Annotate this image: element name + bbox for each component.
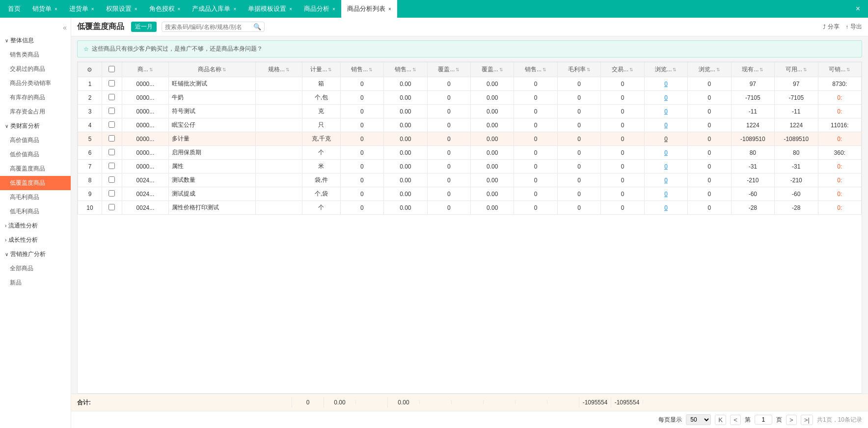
row-browse1[interactable]: 0 — [644, 91, 687, 105]
total-pages-label: 页 — [776, 416, 782, 424]
sidebar-section-growth[interactable]: › 成长性分析 — [0, 233, 71, 247]
sidebar-section-flow[interactable]: › 流通性分析 — [0, 219, 71, 233]
export-button[interactable]: ↑ 导出 — [845, 23, 862, 31]
row-code: 0024... — [122, 187, 168, 201]
search-icon[interactable]: 🔍 — [253, 23, 261, 30]
row-checkbox[interactable] — [102, 146, 122, 160]
row-spec — [255, 91, 302, 105]
row-sellable: 0: — [818, 91, 862, 105]
th-profit-rate[interactable]: 毛利率⇅ — [557, 62, 600, 77]
row-sales3: 0 — [514, 91, 557, 105]
row-checkbox[interactable] — [102, 201, 122, 215]
th-available[interactable]: 可用...⇅ — [775, 62, 818, 77]
sidebar-item-new-products[interactable]: 新品 — [0, 276, 71, 290]
th-browse1[interactable]: 浏览...⇅ — [644, 62, 687, 77]
th-cover2[interactable]: 覆盖...⇅ — [471, 62, 514, 77]
row-browse1[interactable]: 0 — [644, 105, 687, 118]
sidebar-item-traded-products[interactable]: 交易过的商品 — [0, 62, 71, 76]
th-sales-amt[interactable]: 销售...⇅ — [384, 62, 427, 77]
row-checkbox[interactable] — [102, 132, 122, 146]
th-sales-qty[interactable]: 销售...⇅ — [340, 62, 383, 77]
search-input[interactable] — [165, 24, 253, 30]
row-trade: 0 — [601, 91, 644, 105]
th-trade[interactable]: 交易...⇅ — [601, 62, 644, 77]
last-page-button[interactable]: >| — [801, 415, 813, 425]
sidebar-collapse-button[interactable]: « — [0, 22, 71, 33]
share-button[interactable]: ⤴ 分享 — [823, 23, 840, 31]
nav-item-purchase[interactable]: 进货单 × — [63, 0, 100, 18]
select-all-checkbox[interactable] — [108, 66, 115, 72]
sidebar-item-low-coverage[interactable]: 低覆盖度商品 — [0, 176, 71, 190]
search-box: 🔍 — [162, 22, 265, 32]
row-browse1[interactable]: 0 — [644, 160, 687, 173]
row-browse1[interactable]: 0 — [644, 77, 687, 91]
sidebar-item-low-value[interactable]: 低价值商品 — [0, 147, 71, 162]
row-browse1[interactable]: 0 — [644, 201, 687, 215]
th-settings[interactable]: ⚙ — [78, 62, 102, 77]
page-number-input[interactable] — [755, 415, 772, 425]
sidebar-section-overall[interactable]: ∨ 整体信息 — [0, 33, 71, 48]
sidebar-item-sales-products[interactable]: 销售类商品 — [0, 48, 71, 62]
table-row: 10 0024... 属性价格打印测试 个 0 0.00 0 0.00 0 0 … — [78, 201, 862, 215]
close-icon[interactable]: × — [289, 6, 292, 12]
sidebar-item-category-rate[interactable]: 商品分类动销率 — [0, 76, 71, 90]
close-icon[interactable]: × — [54, 6, 57, 12]
th-cover1[interactable]: 覆盖...⇅ — [427, 62, 470, 77]
row-browse1[interactable]: 0 — [644, 132, 687, 146]
close-icon[interactable]: × — [332, 6, 335, 12]
th-current[interactable]: 现有...⇅ — [731, 62, 774, 77]
nav-item-sales[interactable]: 销货单 × — [27, 0, 63, 18]
nav-item-template-settings[interactable]: 单据模板设置 × — [242, 0, 298, 18]
th-browse2[interactable]: 浏览...⇅ — [688, 62, 731, 77]
sidebar-section-sku[interactable]: ∨ 类财富分析 — [0, 119, 71, 133]
row-seq: 6 — [78, 146, 102, 160]
sidebar-item-high-coverage[interactable]: 高覆盖度商品 — [0, 162, 71, 176]
close-icon[interactable]: × — [388, 6, 391, 12]
th-unit[interactable]: 计量...⇅ — [302, 62, 341, 77]
top-nav: 首页 销货单 × 进货单 × 权限设置 × 角色授权 × 产成品入库单 × 单据… — [0, 0, 868, 18]
chevron-down-icon: ∨ — [5, 123, 8, 129]
window-close-button[interactable]: × — [850, 4, 866, 13]
prev-page-button[interactable]: < — [730, 415, 741, 425]
per-page-select[interactable]: 50 20 100 200 — [686, 414, 711, 425]
th-name[interactable]: 商品名称⇅ — [169, 62, 256, 77]
th-code[interactable]: 商...⇅ — [122, 62, 168, 77]
nav-item-home[interactable]: 首页 — [2, 0, 27, 18]
sidebar-section-marketing[interactable]: ∨ 营销推广分析 — [0, 247, 71, 261]
row-browse1[interactable]: 0 — [644, 146, 687, 160]
nav-item-roles[interactable]: 角色授权 × — [143, 0, 187, 18]
row-checkbox[interactable] — [102, 118, 122, 132]
row-checkbox[interactable] — [102, 187, 122, 201]
close-icon[interactable]: × — [233, 6, 236, 12]
sort-icon: ⇅ — [456, 67, 460, 72]
row-browse1[interactable]: 0 — [644, 118, 687, 132]
sidebar-item-low-margin[interactable]: 低毛利商品 — [0, 204, 71, 219]
row-browse1[interactable]: 0 — [644, 173, 687, 187]
row-browse1[interactable]: 0 — [644, 187, 687, 201]
sidebar-item-high-margin[interactable]: 高毛利商品 — [0, 190, 71, 204]
th-sellable[interactable]: 可销...⇅ — [818, 62, 862, 77]
nav-item-product-entry[interactable]: 产成品入库单 × — [186, 0, 242, 18]
sidebar-item-in-stock[interactable]: 有库存的商品 — [0, 90, 71, 105]
close-icon[interactable]: × — [178, 6, 181, 12]
close-icon[interactable]: × — [135, 6, 137, 12]
row-checkbox[interactable] — [102, 105, 122, 118]
th-sales3[interactable]: 销售...⇅ — [514, 62, 557, 77]
row-checkbox[interactable] — [102, 173, 122, 187]
nav-item-product-analysis[interactable]: 商品分析 × — [298, 0, 341, 18]
period-button[interactable]: 近一月 — [131, 22, 157, 32]
per-page-label: 每页显示 — [658, 416, 682, 424]
row-checkbox[interactable] — [102, 160, 122, 173]
settings-icon[interactable]: ⚙ — [87, 66, 92, 73]
nav-item-permissions[interactable]: 权限设置 × — [100, 0, 143, 18]
nav-item-product-analysis-list[interactable]: 商品分析列表 × — [341, 0, 397, 18]
close-icon[interactable]: × — [91, 6, 94, 12]
sidebar-item-inventory-capital[interactable]: 库存资金占用 — [0, 105, 71, 119]
sidebar-item-all-products[interactable]: 全部商品 — [0, 261, 71, 276]
row-checkbox[interactable] — [102, 77, 122, 91]
sidebar-item-high-value[interactable]: 高价值商品 — [0, 133, 71, 147]
th-spec[interactable]: 规格...⇅ — [255, 62, 302, 77]
next-page-button[interactable]: > — [786, 415, 797, 425]
row-checkbox[interactable] — [102, 91, 122, 105]
first-page-button[interactable]: K — [715, 415, 726, 425]
